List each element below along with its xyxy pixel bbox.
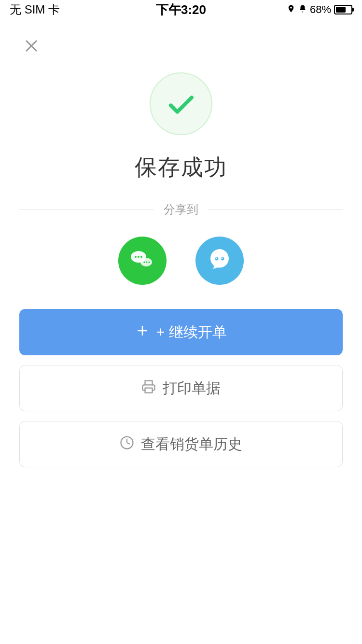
svg-rect-17: [145, 388, 153, 392]
qq-share-button[interactable]: [195, 237, 244, 285]
history-label: 查看销货单历史: [141, 434, 242, 454]
success-circle: [150, 72, 212, 135]
svg-point-8: [143, 261, 145, 263]
qq-icon: [205, 246, 234, 275]
svg-point-4: [135, 256, 137, 258]
share-section: 分享到: [19, 202, 343, 285]
share-divider: 分享到: [19, 202, 343, 217]
main-content: 保存成功 分享到: [0, 19, 362, 487]
success-title: 保存成功: [135, 153, 227, 182]
success-section: 保存成功: [19, 72, 343, 182]
svg-point-6: [140, 256, 142, 258]
status-left: 无 SIM 卡: [10, 2, 64, 17]
print-button[interactable]: 打印单据: [19, 365, 343, 411]
wechat-share-button[interactable]: [118, 237, 167, 285]
history-button[interactable]: 查看销货单历史: [19, 421, 343, 467]
status-right: 68%: [287, 3, 352, 16]
battery-icon: [334, 5, 352, 14]
alarm-icon: [298, 3, 307, 16]
share-label: 分享到: [164, 202, 198, 217]
history-icon: [120, 435, 134, 453]
status-bar: 无 SIM 卡 下午3:20 68%: [0, 0, 362, 19]
action-buttons: + 继续开单 打印单据 查看销货单历史: [19, 309, 343, 467]
share-icons: [19, 237, 343, 285]
print-label: 打印单据: [163, 378, 221, 398]
continue-button[interactable]: + 继续开单: [19, 309, 343, 355]
svg-point-10: [148, 261, 150, 263]
wechat-icon: [128, 246, 157, 275]
battery-percent: 68%: [310, 3, 331, 16]
close-button[interactable]: [19, 34, 43, 58]
no-sim-label: 无 SIM 卡: [10, 2, 60, 17]
continue-label: + 继续开单: [156, 322, 227, 342]
location-icon: [287, 3, 295, 16]
svg-point-13: [216, 258, 217, 259]
svg-point-14: [222, 258, 223, 259]
plus-icon: [135, 323, 150, 341]
svg-point-5: [138, 256, 139, 258]
status-time: 下午3:20: [156, 1, 206, 18]
svg-point-9: [146, 261, 147, 263]
print-icon: [141, 379, 156, 397]
checkmark-icon: [166, 88, 197, 120]
